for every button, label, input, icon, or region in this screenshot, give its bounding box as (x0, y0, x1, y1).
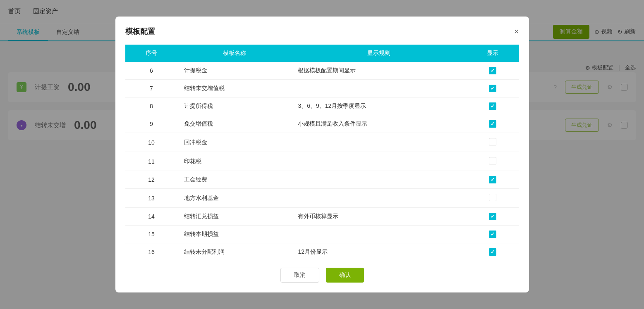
table-row: 14结转汇兑损益有外币核算显示 (125, 208, 519, 226)
modal-close-button[interactable]: × (514, 27, 519, 36)
table-row: 8计提所得税3、6、9、12月按季度显示 (125, 97, 519, 115)
cell-checkbox[interactable] (467, 152, 519, 171)
cell-checkbox[interactable] (467, 80, 519, 97)
cell-id: 9 (125, 115, 178, 133)
cell-rule (291, 152, 466, 171)
cell-checkbox[interactable] (467, 189, 519, 208)
cell-name: 结转未分配利润 (177, 243, 291, 260)
cell-name: 计提税金 (177, 62, 291, 80)
cell-checkbox[interactable] (467, 208, 519, 226)
cell-name: 计提所得税 (177, 97, 291, 115)
table-row: 9免交增值税小规模且满足收入条件显示 (125, 115, 519, 133)
cell-checkbox[interactable] (467, 226, 519, 243)
cell-name: 印花税 (177, 152, 291, 171)
row-checkbox[interactable] (489, 120, 496, 128)
cell-checkbox[interactable] (467, 62, 519, 80)
col-name: 模板名称 (177, 45, 291, 62)
cell-checkbox[interactable] (467, 133, 519, 152)
row-checkbox[interactable] (489, 157, 496, 164)
cell-id: 12 (125, 171, 178, 189)
cell-rule: 根据模板配置期间显示 (291, 62, 466, 80)
cell-name: 结转汇兑损益 (177, 208, 291, 226)
cell-id: 14 (125, 208, 178, 226)
cell-rule (291, 189, 466, 208)
col-rule: 显示规则 (291, 45, 466, 62)
cell-name: 免交增值税 (177, 115, 291, 133)
confirm-button[interactable]: 确认 (326, 268, 364, 283)
cell-rule: 有外币核算显示 (291, 208, 466, 226)
cell-rule (291, 133, 466, 152)
cancel-button[interactable]: 取消 (280, 268, 319, 283)
cell-rule: 小规模且满足收入条件显示 (291, 115, 466, 133)
cell-checkbox[interactable] (467, 97, 519, 115)
table-wrapper: 序号 模板名称 显示规则 显示 6计提税金根据模板配置期间显示7结转未交增值税8… (125, 45, 519, 259)
row-checkbox[interactable] (489, 213, 496, 220)
cell-checkbox[interactable] (467, 171, 519, 189)
cell-name: 结转本期损益 (177, 226, 291, 243)
modal-title: 模板配置 (125, 26, 155, 36)
cell-id: 10 (125, 133, 178, 152)
cell-rule (291, 171, 466, 189)
table-row: 12工会经费 (125, 171, 519, 189)
modal-overlay: 模板配置 × 序号 模板名称 显示规则 显示 6计提税金根据模板配置期间显示7结… (0, 0, 644, 309)
modal-footer: 取消 确认 (125, 268, 519, 283)
table-row: 16结转未分配利润12月份显示 (125, 243, 519, 260)
cell-rule: 3、6、9、12月按季度显示 (291, 97, 466, 115)
cell-rule: 12月份显示 (291, 243, 466, 260)
modal-header: 模板配置 × (125, 26, 519, 36)
table-row: 13地方水利基金 (125, 189, 519, 208)
cell-name: 结转未交增值税 (177, 80, 291, 97)
table-row: 6计提税金根据模板配置期间显示 (125, 62, 519, 80)
cell-id: 11 (125, 152, 178, 171)
table-row: 10回冲税金 (125, 133, 519, 152)
row-checkbox[interactable] (489, 67, 496, 74)
col-display: 显示 (467, 45, 519, 62)
cell-rule (291, 226, 466, 243)
table-header: 序号 模板名称 显示规则 显示 (125, 45, 519, 62)
cell-id: 6 (125, 62, 178, 80)
modal-template-config: 模板配置 × 序号 模板名称 显示规则 显示 6计提税金根据模板配置期间显示7结… (115, 17, 529, 292)
cell-rule (291, 80, 466, 97)
cell-id: 15 (125, 226, 178, 243)
table-body: 6计提税金根据模板配置期间显示7结转未交增值税8计提所得税3、6、9、12月按季… (125, 62, 519, 259)
row-checkbox[interactable] (489, 231, 496, 238)
cell-id: 7 (125, 80, 178, 97)
cell-checkbox[interactable] (467, 243, 519, 260)
cell-id: 8 (125, 97, 178, 115)
table-row: 7结转未交增值税 (125, 80, 519, 97)
cell-name: 回冲税金 (177, 133, 291, 152)
cell-name: 工会经费 (177, 171, 291, 189)
cell-id: 16 (125, 243, 178, 260)
row-checkbox[interactable] (489, 85, 496, 92)
config-table: 序号 模板名称 显示规则 显示 6计提税金根据模板配置期间显示7结转未交增值税8… (125, 45, 519, 259)
col-id: 序号 (125, 45, 178, 62)
row-checkbox[interactable] (489, 138, 496, 145)
cell-name: 地方水利基金 (177, 189, 291, 208)
row-checkbox[interactable] (489, 194, 496, 201)
cell-id: 13 (125, 189, 178, 208)
table-row: 15结转本期损益 (125, 226, 519, 243)
cell-checkbox[interactable] (467, 115, 519, 133)
row-checkbox[interactable] (489, 102, 496, 110)
row-checkbox[interactable] (489, 248, 496, 256)
table-row: 11印花税 (125, 152, 519, 171)
row-checkbox[interactable] (489, 176, 496, 183)
